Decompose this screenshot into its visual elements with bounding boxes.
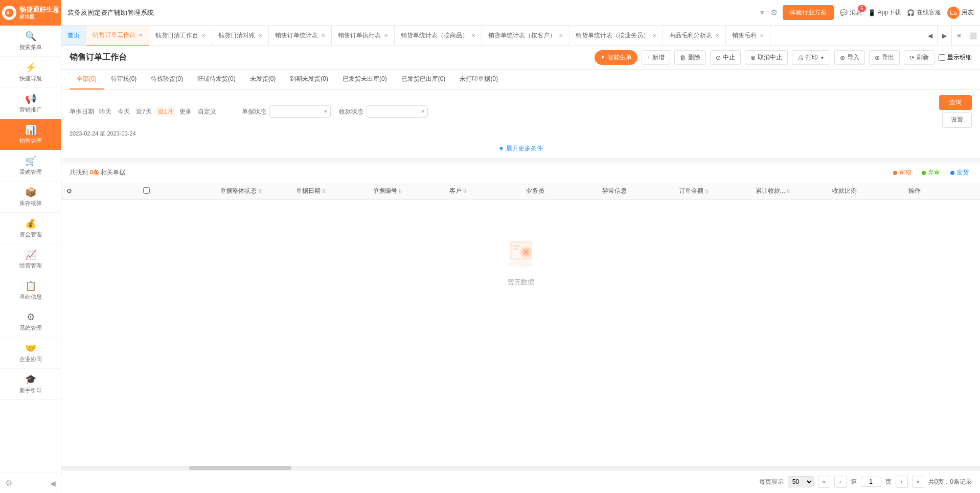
sidebar-collapse-icon[interactable]: ◀ [50, 479, 56, 487]
tab-5[interactable]: 销售订单执行表✕ [332, 26, 395, 46]
scrollbar-thumb[interactable] [189, 466, 291, 470]
sidebar-settings-icon[interactable]: ⚙ [5, 478, 12, 488]
date-shortcut-昨天[interactable]: 昨天 [97, 106, 113, 117]
tab-4[interactable]: 销售订单统计表✕ [269, 26, 332, 46]
th-业务员: 业务员 [521, 183, 598, 200]
tab-close-icon[interactable]: ✕ [384, 33, 388, 38]
sort-icon[interactable]: ⇅ [258, 188, 262, 194]
app-download-btn[interactable]: 📱 App下载 [868, 8, 901, 17]
date-shortcut-今天[interactable]: 今天 [116, 106, 132, 117]
sort-icon[interactable]: ⇅ [398, 188, 402, 194]
date-shortcut-近1月[interactable]: 近1月 [156, 106, 176, 117]
expand-btn[interactable]: ▼ 展开更多条件 [70, 144, 972, 153]
subtab-未发货[interactable]: 未发货(0) [243, 70, 283, 89]
sidebar-item-系统管理[interactable]: ⚙ 系统管理 [0, 306, 61, 338]
page-input[interactable] [861, 477, 881, 487]
subtab-待审核[interactable]: 待审核(0) [104, 70, 144, 89]
import-btn[interactable]: ⊕ 导入 [834, 50, 865, 65]
online-service-btn[interactable]: 🎧 在线客服 [907, 8, 941, 17]
suspend-btn[interactable]: ⊙ 中止 [710, 50, 741, 65]
tab-maximize-btn[interactable]: ⬜ [966, 26, 980, 46]
subtab-已发货未出库[interactable]: 已发货未出库(0) [335, 70, 394, 89]
status-select[interactable] [269, 105, 331, 118]
subtab-全部[interactable]: 全部(0) [70, 70, 104, 89]
tab-10[interactable]: 销售毛利✕ [726, 26, 770, 46]
cancel-suspend-btn[interactable]: ⊗ 取消中止 [745, 50, 788, 65]
add-btn[interactable]: + 新增 [642, 50, 670, 65]
sort-icon[interactable]: ⇅ [322, 188, 326, 194]
tab-9[interactable]: 商品毛利分析表✕ [663, 26, 726, 46]
tab-close-icon[interactable]: ✕ [201, 33, 206, 38]
refresh-btn[interactable]: ⟳ 刷新 [904, 50, 935, 65]
subtab-旺铺待发货[interactable]: 旺铺待发货(0) [190, 70, 243, 89]
industry-btn[interactable]: 体验行业方案 [783, 5, 834, 20]
tab-close-icon[interactable]: ✕ [760, 33, 764, 38]
tab-7[interactable]: 销货单统计表（按客户）✕ [482, 26, 569, 46]
sidebar-item-快捷导航[interactable]: ⚡ 快捷导航 [0, 57, 61, 88]
tab-close-icon[interactable]: ✕ [321, 33, 325, 38]
action-btn-弃审[interactable]: 弃审 [919, 167, 943, 178]
sidebar-item-库存核算[interactable]: 📦 库存核算 [0, 182, 61, 213]
sort-icon[interactable]: ⇅ [786, 188, 790, 194]
nav-icon: 🔍 [25, 31, 36, 42]
expand-row: ▼ 展开更多条件 [70, 141, 972, 153]
payment-select[interactable] [367, 105, 428, 118]
print-btn[interactable]: 🖨 打印 ▼ [792, 50, 830, 65]
show-detail-label[interactable]: 显示明细 [939, 53, 972, 62]
first-page-btn[interactable]: « [818, 476, 830, 488]
action-btn-发货[interactable]: 发货 [947, 167, 972, 178]
tab-2[interactable]: 钱货日清工作台✕ [149, 26, 212, 46]
horizontal-scrollbar[interactable] [61, 466, 980, 470]
count-number: 0条 [89, 169, 99, 176]
subtab-未打印单据[interactable]: 未打印单据(0) [452, 70, 505, 89]
sidebar-item-采购管理[interactable]: 🛒 采购管理 [0, 150, 61, 182]
tab-next-btn[interactable]: ▶ [937, 26, 951, 46]
tab-8[interactable]: 销货单统计表（按业务员）✕ [569, 26, 663, 46]
tab-close-icon[interactable]: ✕ [559, 33, 563, 38]
date-shortcut-自定义[interactable]: 自定义 [196, 106, 218, 117]
tab-close-all-btn[interactable]: ✕ [951, 26, 966, 46]
user-menu[interactable]: Ea 用友 [947, 7, 974, 19]
sidebar-item-资金管理[interactable]: 💰 资金管理 [0, 213, 61, 244]
dropdown-icon[interactable]: ▼ [759, 9, 765, 16]
date-shortcut-更多[interactable]: 更多 [177, 106, 194, 117]
tab-prev-btn[interactable]: ◀ [923, 26, 937, 46]
per-page-select[interactable]: 50 100 200 [788, 476, 814, 487]
tab-close-icon[interactable]: ✕ [258, 33, 262, 38]
subtab-待拣验货[interactable]: 待拣验货(0) [144, 70, 190, 89]
tab-close-icon[interactable]: ✕ [715, 33, 719, 38]
tab-6[interactable]: 销货单统计表（按商品）✕ [395, 26, 482, 46]
sidebar-item-新手引导[interactable]: 🎓 新手引导 [0, 369, 61, 400]
ai-btn[interactable]: ✦ 智能生单 [595, 50, 637, 65]
date-shortcut-近7天[interactable]: 近7天 [134, 106, 154, 117]
tab-close-icon[interactable]: ✕ [471, 33, 475, 38]
sort-icon[interactable]: ⇅ [704, 188, 709, 194]
export-btn[interactable]: ⊕ 导出 [869, 50, 900, 65]
sidebar-item-营销推广[interactable]: 📢 营销推广 [0, 88, 61, 119]
query-btn[interactable]: 查询 [939, 95, 972, 110]
subtab-到期未发货[interactable]: 到期未发货(0) [283, 70, 335, 89]
column-setting-icon[interactable]: ⚙ [66, 188, 72, 195]
settings-icon[interactable]: ⚙ [770, 8, 778, 17]
next-page-btn[interactable]: › [896, 476, 908, 488]
sidebar-item-销售管理[interactable]: 📊 销售管理 [0, 119, 61, 150]
action-btn-审核[interactable]: 审核 [890, 167, 915, 178]
sidebar-item-企业协同[interactable]: 🤝 企业协同 [0, 338, 61, 369]
delete-btn[interactable]: 🗑 删除 [674, 50, 706, 65]
tab-close-icon[interactable]: ✕ [652, 33, 656, 38]
sidebar-item-基础信息[interactable]: 📋 基础信息 [0, 275, 61, 306]
sidebar-item-经营管理[interactable]: 📈 经营管理 [0, 244, 61, 275]
prev-page-btn[interactable]: ‹ [834, 476, 847, 488]
sort-icon[interactable]: ⇅ [463, 188, 467, 194]
select-all-checkbox[interactable] [143, 187, 150, 194]
subtab-已发货已出库[interactable]: 已发货已出库(0) [394, 70, 453, 89]
show-detail-checkbox[interactable] [939, 54, 945, 61]
setting-btn[interactable]: 设置 [942, 112, 972, 128]
tab-1[interactable]: 销售订单工作台✕ [86, 26, 149, 46]
tab-3[interactable]: 钱货日清对账✕ [212, 26, 269, 46]
tab-close-icon[interactable]: ✕ [139, 32, 143, 38]
message-btn[interactable]: 💬 消息 6 [840, 8, 862, 17]
sidebar-item-搜索菜单[interactable]: 🔍 搜索菜单 [0, 26, 61, 57]
tab-0[interactable]: 首页 [61, 26, 86, 46]
last-page-btn[interactable]: » [912, 476, 924, 488]
